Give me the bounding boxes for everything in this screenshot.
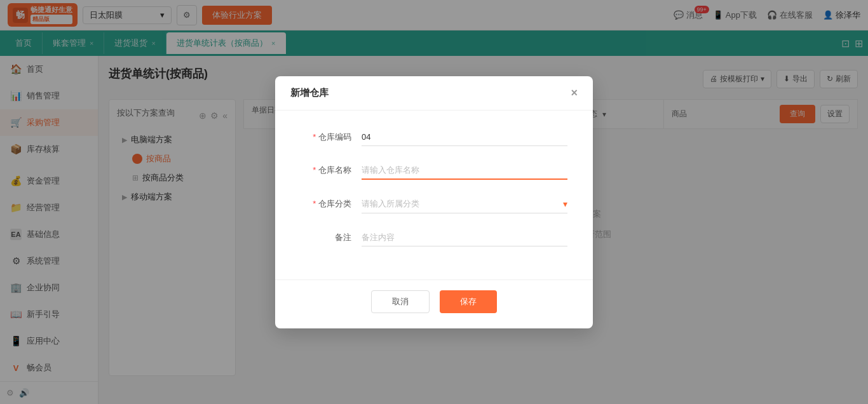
warehouse-category-select[interactable]: ▾: [362, 195, 567, 213]
form-row-category: 仓库分类 ▾: [301, 195, 567, 213]
warehouse-name-input[interactable]: [362, 161, 567, 180]
save-button[interactable]: 保存: [440, 290, 497, 313]
warehouse-category-input[interactable]: [362, 199, 563, 208]
modal-close-button[interactable]: ×: [571, 86, 578, 100]
remark-input[interactable]: [362, 229, 567, 246]
form-row-code: 仓库编码: [301, 128, 567, 146]
modal-footer: 取消 保存: [275, 279, 593, 328]
form-label-remark: 备注: [301, 232, 351, 243]
warehouse-code-input[interactable]: [362, 128, 567, 146]
form-row-remark: 备注: [301, 229, 567, 246]
form-label-name: 仓库名称: [301, 165, 351, 176]
form-label-code: 仓库编码: [301, 131, 351, 143]
modal-header: 新增仓库 ×: [275, 76, 593, 111]
modal-overlay: 新增仓库 × 仓库编码 仓库名称 仓库分类 ▾: [0, 0, 868, 404]
form-label-category: 仓库分类: [301, 198, 351, 210]
modal-title: 新增仓库: [290, 87, 329, 99]
modal-new-warehouse: 新增仓库 × 仓库编码 仓库名称 仓库分类 ▾: [275, 76, 593, 328]
cancel-button[interactable]: 取消: [371, 290, 430, 313]
modal-body: 仓库编码 仓库名称 仓库分类 ▾ 备注: [275, 111, 593, 279]
select-arrow-icon[interactable]: ▾: [563, 199, 567, 209]
form-row-name: 仓库名称: [301, 161, 567, 180]
